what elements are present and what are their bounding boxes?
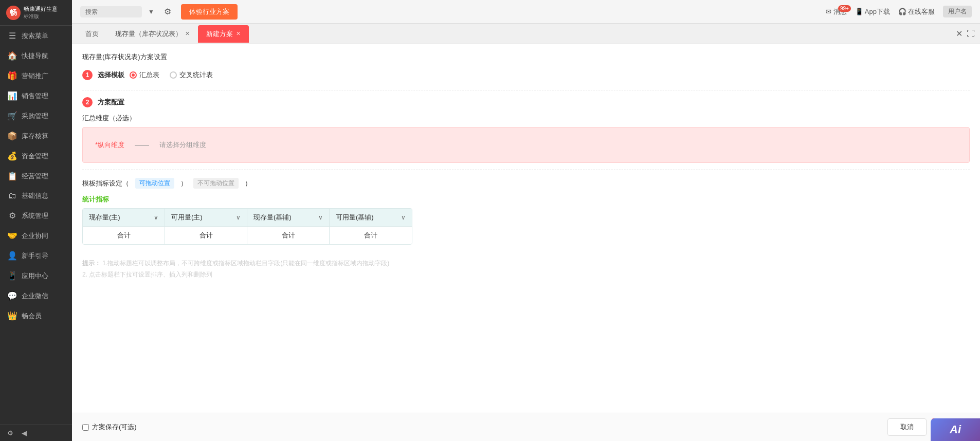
sidebar-item-label: 应用中心 — [22, 271, 48, 281]
stats-header-row: 现存量(主) ∨ 可用量(主) ∨ 现存量(基辅) ∨ — [83, 209, 412, 226]
separator1 — [82, 90, 970, 91]
step1-badge: 1 — [82, 70, 93, 80]
message-button[interactable]: ✉ 消息 99+ — [826, 7, 847, 16]
tab-inventory-label: 现存量（库存状况表） — [115, 29, 182, 39]
stats-title: 统计指标 — [82, 195, 970, 204]
app-download-icon: 📱 — [855, 8, 863, 15]
service-label: 在线客服 — [908, 7, 935, 16]
topbar-dropdown-icon[interactable]: ▼ — [148, 8, 154, 15]
sidebar-item-guide[interactable]: 👤 新手引导 — [0, 246, 72, 266]
trial-button[interactable]: 体验行业方案 — [181, 4, 238, 20]
stats-col-0-data: 合计 — [83, 226, 165, 244]
sidebar-item-quick-nav[interactable]: 🏠 快捷导航 — [0, 46, 72, 66]
basic-icon: 🗂 — [7, 191, 17, 200]
sidebar-item-label: 采购管理 — [22, 112, 48, 121]
sidebar-item-marketing[interactable]: 🎁 营销推广 — [0, 66, 72, 86]
service-icon: 🎧 — [898, 8, 906, 15]
topbar-right: ✉ 消息 99+ 📱 App下载 🎧 在线客服 用户名 — [826, 6, 972, 17]
ai-badge[interactable]: Ai — [931, 418, 980, 441]
radio-summary-label: 汇总表 — [139, 70, 159, 80]
topbar-settings-button[interactable]: ⚙ — [160, 5, 175, 19]
tip-1: 2. 点击标题栏下拉可设置排序、插入列和删除列 — [82, 269, 970, 281]
sidebar-item-app-center[interactable]: 📱 应用中心 — [0, 266, 72, 286]
marketing-icon: 🎁 — [7, 71, 17, 81]
user-name: 用户名 — [948, 8, 967, 15]
tab-expand-button[interactable]: ⛶ — [967, 29, 975, 39]
stats-col-3-label: 可用量(基辅) — [336, 213, 374, 222]
step1-section: 1 选择模板 汇总表 交叉统计表 — [82, 70, 970, 80]
stats-col-2-header[interactable]: 现存量(基辅) ∨ — [247, 209, 330, 226]
purchase-icon: 🛒 — [7, 111, 17, 121]
tip-0-text: 1.拖动标题栏可以调整布局，不可跨维度或指标区域拖动栏目字段(只能在同一维度或指… — [102, 260, 389, 267]
step2-badge: 2 — [82, 97, 93, 107]
tab-close-button[interactable]: ✕ — [956, 29, 963, 39]
save-option[interactable]: 方案保存(可选) — [82, 422, 137, 432]
sidebar-item-member[interactable]: 👑 畅会员 — [0, 306, 72, 326]
tab-home[interactable]: 首页 — [77, 25, 107, 43]
sidebar-settings-icon[interactable]: ⚙ — [7, 429, 13, 437]
topbar-left: ▼ ⚙ 体验行业方案 — [80, 4, 238, 20]
sidebar-item-label: 基础信息 — [22, 191, 48, 200]
quick-nav-icon: 🏠 — [7, 51, 17, 61]
sidebar-logo: 畅 畅康通好生意 标准版 — [0, 0, 72, 26]
sidebar-collapse-icon[interactable]: ◀ — [22, 429, 27, 437]
radio-cross-circle — [170, 71, 177, 79]
sidebar-item-inventory[interactable]: 📦 库存核算 — [0, 126, 72, 146]
sidebar-item-cooperation[interactable]: 🤝 企业协同 — [0, 226, 72, 246]
sidebar: 畅 畅康通好生意 标准版 ☰ 搜索菜单 🏠 快捷导航 🎁 营销推广 📊 销售管理… — [0, 0, 72, 441]
bottom-bar: 方案保存(可选) 取消 查询 — [72, 413, 980, 441]
sidebar-item-sales[interactable]: 📊 销售管理 — [0, 86, 72, 106]
tip-0: 提示： 1.拖动标题栏可以调整布局，不可跨维度或指标区域拖动栏目字段(只能在同一… — [82, 258, 970, 269]
app-download-label: App下载 — [865, 7, 890, 16]
indicator-settings-label: 模板指标设定（ 可拖动位置 ） 不可拖动位置 ） — [82, 178, 970, 189]
search-input[interactable] — [80, 6, 142, 17]
save-checkbox[interactable] — [82, 424, 89, 431]
app-center-icon: 📱 — [7, 271, 17, 281]
sidebar-item-basic[interactable]: 🗂 基础信息 — [0, 186, 72, 206]
step1-title: 选择模板 — [98, 70, 124, 80]
sidebar-item-label: 系统管理 — [22, 211, 48, 220]
tag-movable: 可拖动位置 — [135, 178, 174, 189]
app-edition: 标准版 — [24, 13, 58, 20]
dimension-box: *纵向维度 —— 请选择分组维度 — [82, 127, 970, 163]
tab-new-plan[interactable]: 新建方案 ✕ — [198, 25, 249, 43]
user-profile[interactable]: 用户名 — [943, 6, 972, 17]
stats-col-3-chevron: ∨ — [401, 214, 406, 221]
wechat-icon: 💬 — [7, 291, 17, 301]
stats-col-2-label: 现存量(基辅) — [253, 213, 292, 222]
sidebar-item-wechat[interactable]: 💬 企业微信 — [0, 286, 72, 306]
radio-summary-circle — [130, 71, 137, 79]
content-area: 现存量(库存状况表)方案设置 1 选择模板 汇总表 交叉统计表 — [72, 44, 980, 413]
online-service-button[interactable]: 🎧 在线客服 — [898, 7, 935, 16]
stats-data-row: 合计 合计 合计 合计 — [83, 226, 412, 244]
sidebar-item-label: 搜索菜单 — [22, 31, 48, 41]
dimension-required: *纵向维度 — [95, 140, 124, 150]
tab-home-label: 首页 — [85, 29, 99, 39]
app-download-button[interactable]: 📱 App下载 — [855, 7, 890, 16]
sidebar-item-finance[interactable]: 💰 资金管理 — [0, 146, 72, 166]
stats-table: 现存量(主) ∨ 可用量(主) ∨ 现存量(基辅) ∨ — [82, 208, 412, 245]
main-area: ▼ ⚙ 体验行业方案 ✉ 消息 99+ 📱 App下载 🎧 在线客服 用户名 — [72, 0, 980, 441]
cancel-button[interactable]: 取消 — [887, 418, 927, 436]
radio-summary[interactable]: 汇总表 — [130, 70, 159, 80]
tab-inventory-close[interactable]: ✕ — [185, 30, 190, 37]
sidebar-item-system[interactable]: ⚙ 系统管理 — [0, 206, 72, 226]
stats-section: 统计指标 现存量(主) ∨ 可用量(主) ∨ — [82, 195, 970, 245]
sidebar-item-label: 企业微信 — [22, 291, 48, 301]
radio-cross[interactable]: 交叉统计表 — [170, 70, 213, 80]
tab-inventory[interactable]: 现存量（库存状况表） ✕ — [107, 25, 198, 43]
sidebar-item-purchase[interactable]: 🛒 采购管理 — [0, 106, 72, 126]
stats-col-3-header[interactable]: 可用量(基辅) ∨ — [330, 209, 412, 226]
tab-new-plan-close[interactable]: ✕ — [236, 30, 241, 37]
sidebar-item-management[interactable]: 📋 经营管理 — [0, 166, 72, 186]
indicator-settings: 模板指标设定（ 可拖动位置 ） 不可拖动位置 ） 统计指标 现存量(主) ∨ — [82, 178, 970, 245]
tab-new-plan-label: 新建方案 — [206, 29, 233, 39]
message-badge: 99+ — [838, 5, 851, 12]
stats-col-1-label: 可用量(主) — [171, 213, 203, 222]
stats-col-0-header[interactable]: 现存量(主) ∨ — [83, 209, 165, 226]
sidebar-item-search-menu[interactable]: ☰ 搜索菜单 — [0, 26, 72, 46]
stats-col-1-header[interactable]: 可用量(主) ∨ — [165, 209, 247, 226]
dimension-arrow: —— — [135, 141, 149, 149]
stats-col-0-label: 现存量(主) — [89, 213, 120, 222]
sidebar-item-label: 畅会员 — [22, 311, 42, 321]
